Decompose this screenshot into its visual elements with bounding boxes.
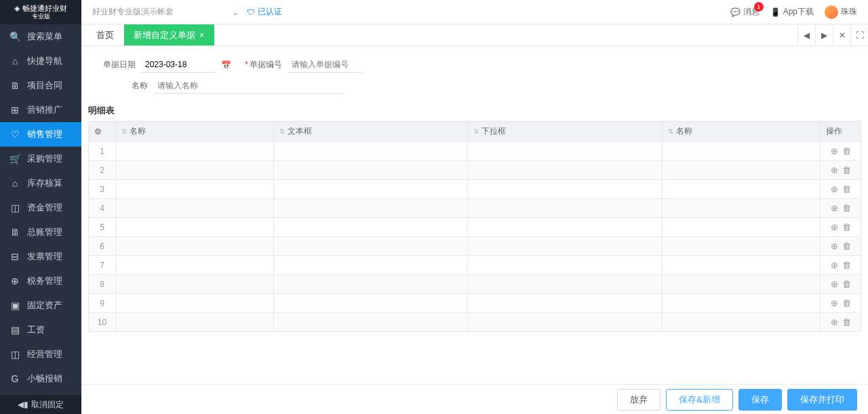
- cell-textbox[interactable]: [274, 199, 468, 218]
- tab-prev-button[interactable]: ◀: [797, 24, 815, 46]
- tab-close-all-button[interactable]: ✕: [833, 24, 850, 46]
- sidebar-item-fund-mgmt[interactable]: ◫资金管理: [0, 195, 81, 220]
- row-delete-icon[interactable]: 🗑: [842, 241, 851, 251]
- sidebar-item-fixed-assets[interactable]: ▣固定资产: [0, 293, 81, 318]
- account-selector[interactable]: 好业财专业版演示帐套 ⌄: [92, 6, 239, 18]
- row-add-icon[interactable]: ⊕: [831, 165, 838, 175]
- tab-close-icon[interactable]: ×: [199, 31, 204, 40]
- row-add-icon[interactable]: ⊕: [831, 184, 838, 194]
- app-download-button[interactable]: 📱 App下载: [770, 6, 814, 18]
- cell-textbox[interactable]: [274, 218, 468, 237]
- sidebar-pin-toggle[interactable]: ◀▮ 取消固定: [0, 395, 81, 414]
- row-add-icon[interactable]: ⊕: [831, 317, 838, 327]
- cell-textbox[interactable]: [274, 256, 468, 275]
- table-row[interactable]: 9⊕🗑: [89, 294, 861, 313]
- sidebar-item-tax-mgmt[interactable]: ⊕税务管理: [0, 269, 81, 293]
- cell-name2[interactable]: [662, 218, 820, 237]
- table-row[interactable]: 4⊕🗑: [89, 199, 861, 218]
- date-input[interactable]: [141, 57, 216, 73]
- tab-home[interactable]: 首页: [87, 24, 124, 45]
- table-row[interactable]: 2⊕🗑: [89, 161, 861, 180]
- fullscreen-button[interactable]: ⛶: [850, 24, 868, 46]
- row-add-icon[interactable]: ⊕: [831, 279, 838, 289]
- sidebar-item-expense[interactable]: G小畅报销: [0, 366, 81, 391]
- cell-name1[interactable]: [116, 199, 274, 218]
- row-delete-icon[interactable]: 🗑: [842, 184, 851, 194]
- user-menu[interactable]: 珠珠: [825, 5, 857, 19]
- sidebar-item-marketing[interactable]: ⊞营销推广: [0, 98, 81, 122]
- row-delete-icon[interactable]: 🗑: [842, 146, 851, 156]
- cell-name1[interactable]: [116, 237, 274, 256]
- cell-name2[interactable]: [662, 199, 820, 218]
- cell-name1[interactable]: [116, 313, 274, 332]
- cell-textbox[interactable]: [274, 161, 468, 180]
- row-add-icon[interactable]: ⊕: [831, 222, 838, 232]
- cell-name2[interactable]: [662, 161, 820, 180]
- save-new-button[interactable]: 保存&新增: [666, 389, 733, 411]
- sidebar-item-project-contract[interactable]: 🗎项目合同: [0, 73, 81, 98]
- cell-textbox[interactable]: [274, 237, 468, 256]
- cell-name2[interactable]: [662, 142, 820, 161]
- save-print-button[interactable]: 保存并打印: [787, 389, 857, 411]
- cell-name2[interactable]: [662, 294, 820, 313]
- cell-textbox[interactable]: [274, 294, 468, 313]
- tab-next-button[interactable]: ▶: [815, 24, 833, 46]
- cell-dropdown[interactable]: [468, 294, 662, 313]
- cell-name1[interactable]: [116, 218, 274, 237]
- cell-dropdown[interactable]: [468, 199, 662, 218]
- sidebar-item-quick-nav[interactable]: ⌂快捷导航: [0, 49, 81, 73]
- cell-name1[interactable]: [116, 161, 274, 180]
- row-delete-icon[interactable]: 🗑: [842, 203, 851, 213]
- tab-current[interactable]: 新增自定义单据 ×: [124, 24, 214, 45]
- col-textbox[interactable]: ⇅文本框: [274, 121, 468, 142]
- row-delete-icon[interactable]: 🗑: [842, 298, 851, 308]
- sidebar-item-purchase-mgmt[interactable]: 🛒采购管理: [0, 147, 81, 171]
- table-row[interactable]: 5⊕🗑: [89, 218, 861, 237]
- row-add-icon[interactable]: ⊕: [831, 146, 838, 156]
- cell-dropdown[interactable]: [468, 256, 662, 275]
- cell-name2[interactable]: [662, 256, 820, 275]
- sidebar-item-inventory[interactable]: ⌂库存核算: [0, 171, 81, 195]
- row-add-icon[interactable]: ⊕: [831, 298, 838, 308]
- table-row[interactable]: 6⊕🗑: [89, 237, 861, 256]
- sidebar-item-salary[interactable]: ▤工资: [0, 318, 81, 342]
- cell-name2[interactable]: [662, 275, 820, 294]
- cell-textbox[interactable]: [274, 142, 468, 161]
- sidebar-item-invoice-mgmt[interactable]: ⊟发票管理: [0, 244, 81, 269]
- cell-dropdown[interactable]: [468, 161, 662, 180]
- messages-button[interactable]: 💬 消息 1: [730, 6, 760, 18]
- table-row[interactable]: 7⊕🗑: [89, 256, 861, 275]
- table-row[interactable]: 8⊕🗑: [89, 275, 861, 294]
- cell-dropdown[interactable]: [468, 313, 662, 332]
- row-add-icon[interactable]: ⊕: [831, 203, 838, 213]
- cell-dropdown[interactable]: [468, 218, 662, 237]
- col-dropdown[interactable]: ⇅下拉框: [468, 121, 662, 142]
- sidebar-item-business-mgmt[interactable]: ◫经营管理: [0, 342, 81, 366]
- sidebar-item-search-menu[interactable]: 🔍搜索菜单: [0, 24, 81, 49]
- cell-dropdown[interactable]: [468, 237, 662, 256]
- cell-dropdown[interactable]: [468, 275, 662, 294]
- cell-name1[interactable]: [116, 294, 274, 313]
- cell-textbox[interactable]: [274, 180, 468, 199]
- row-add-icon[interactable]: ⊕: [831, 260, 838, 270]
- cell-textbox[interactable]: [274, 275, 468, 294]
- cell-name1[interactable]: [116, 275, 274, 294]
- save-button[interactable]: 保存: [738, 389, 782, 411]
- calendar-icon[interactable]: 📅: [221, 60, 231, 70]
- cell-dropdown[interactable]: [468, 180, 662, 199]
- number-input[interactable]: [288, 57, 362, 73]
- row-delete-icon[interactable]: 🗑: [842, 165, 851, 175]
- cell-name1[interactable]: [116, 142, 274, 161]
- name-input[interactable]: [153, 78, 343, 94]
- col-name2[interactable]: ⇅名称: [662, 121, 820, 142]
- sidebar-item-ledger-mgmt[interactable]: 🗎总账管理: [0, 220, 81, 244]
- discard-button[interactable]: 放弃: [617, 389, 660, 411]
- sidebar-item-sales-mgmt[interactable]: ♡销售管理: [0, 122, 81, 147]
- row-add-icon[interactable]: ⊕: [831, 241, 838, 251]
- gear-col-header[interactable]: ⚙: [89, 121, 116, 142]
- cell-name1[interactable]: [116, 256, 274, 275]
- cell-name2[interactable]: [662, 180, 820, 199]
- cell-name1[interactable]: [116, 180, 274, 199]
- table-row[interactable]: 10⊕🗑: [89, 313, 861, 332]
- cell-dropdown[interactable]: [468, 142, 662, 161]
